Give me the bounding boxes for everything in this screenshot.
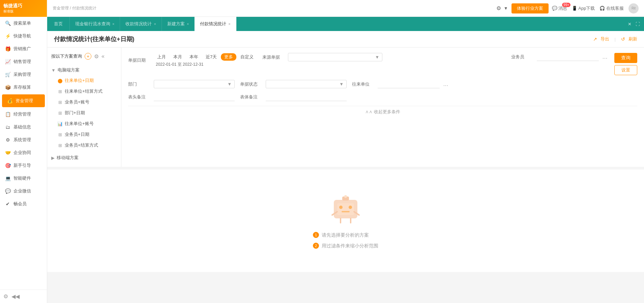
scheme-item-6-icon: ⊞ (57, 143, 63, 148)
hardware-icon: 💻 (5, 175, 11, 181)
sidebar-item-hardware[interactable]: 💻 智能硬件 (0, 172, 47, 185)
trial-btn[interactable]: 体验行业方案 (511, 3, 549, 13)
source-dropdown-icon: ▼ (375, 55, 379, 60)
svg-point-6 (344, 195, 347, 198)
sidebar-item-enterprise[interactable]: 🤝 企业协同 (0, 146, 47, 159)
collapse-label: 收起更多条件 (374, 109, 400, 114)
body-note-input[interactable] (266, 93, 347, 101)
salesman-input[interactable] (537, 53, 599, 61)
sidebar-item-search[interactable]: 🔍 搜索菜单 (0, 17, 47, 30)
doc-status-select[interactable]: ▼ (266, 80, 347, 88)
tab-receipt-stats-close[interactable]: × (154, 22, 156, 26)
date-btn-custom[interactable]: 自定义 (237, 53, 257, 61)
filter-header-note-group: 表头备注 (128, 93, 235, 101)
tab-payment-stats[interactable]: 付款情况统计 × (195, 17, 236, 31)
sidebar-item-quick-nav[interactable]: ⚡ 快捷导航 (0, 30, 47, 42)
tab-bank-flow-close[interactable]: × (112, 22, 114, 26)
app-download-label: App下载 (578, 6, 595, 11)
sidebar-item-operation[interactable]: 📋 经营管理 (0, 108, 47, 121)
page-header-actions: ↗ 导出 | ↺ 刷新 (593, 36, 637, 42)
capital-icon: 💰 (7, 98, 13, 104)
user-avatar[interactable]: Rit (628, 3, 639, 13)
tab-new-scheme[interactable]: 新建方案 × (162, 17, 195, 31)
action-buttons: 查询 设置 (614, 53, 637, 75)
collapse-more-btn[interactable]: ∧∧ 收起更多条件 (128, 106, 637, 118)
salesman-more-btn[interactable]: … (601, 54, 609, 60)
source-select[interactable]: ▼ (288, 53, 382, 61)
filter-doc-status-group: 单据状态 ▼ (240, 80, 347, 88)
system-icon: ⚙ (5, 137, 11, 143)
app-download[interactable]: 📱 App下载 (572, 5, 595, 11)
dept-dropdown-icon: ▼ (227, 82, 232, 87)
scheme-item-5-icon: ⊞ (57, 132, 63, 137)
sidebar-item-guide[interactable]: 🎯 新手引导 (0, 159, 47, 172)
sidebar-item-sales[interactable]: 📈 销售管理 (0, 55, 47, 68)
sidebar-item-base[interactable]: 🗂 基础信息 (0, 121, 47, 133)
date-btn-this-year[interactable]: 本年 (186, 53, 202, 61)
date-btn-7days[interactable]: 近7天 (202, 53, 220, 61)
date-options-group: 上月 本月 本年 近7天 更多 自定义 2022-01-01 至 2022-12… (154, 53, 257, 67)
tab-bank-flow[interactable]: 现金银行流水查询 × (70, 17, 120, 31)
scheme-item-2[interactable]: ⊞ 业务员+账号 (47, 97, 121, 108)
topbar-dropdown-icon[interactable]: ▼ (504, 6, 508, 11)
sidebar-item-inventory[interactable]: 📦 库存核算 (0, 81, 47, 94)
enterprise-icon: 🤝 (5, 150, 11, 156)
doc-status-dropdown-icon: ▼ (339, 82, 344, 87)
topbar-messages[interactable]: 💬 消息 99+ (552, 5, 567, 11)
salesman-label: 业务员 (511, 54, 535, 60)
sidebar-item-weixin[interactable]: 💬 企业微信 (0, 185, 47, 198)
scheme-collapse-btn[interactable]: « (101, 53, 105, 59)
sidebar-item-capital[interactable]: 💰 资金管理 (2, 94, 45, 107)
tab-new-scheme-close[interactable]: × (187, 22, 189, 26)
settings-bottom-icon[interactable]: ⚙ (3, 293, 8, 300)
scheme-group-mobile-label: 移动端方案 (57, 155, 79, 161)
header-note-input[interactable] (154, 93, 235, 101)
sidebar-item-marketing[interactable]: 🎁 营销推广 (0, 42, 47, 55)
dept-select[interactable]: ▼ (154, 80, 235, 88)
tab-close-all-icon[interactable]: ✕ (628, 22, 632, 27)
sidebar-item-member[interactable]: ✔ 畅会员 (0, 198, 47, 210)
tip-text-1: 请先选择要分析的方案 (322, 230, 369, 240)
scheme-item-3[interactable]: ⊞ 部门+日期 (47, 108, 121, 118)
collapse-sidebar-icon[interactable]: ◀◀ (11, 293, 20, 300)
date-btn-this-month[interactable]: 本月 (170, 53, 185, 61)
download-icon: 📱 (572, 6, 577, 11)
partner-more-btn[interactable]: … (442, 81, 450, 87)
date-btn-last-month[interactable]: 上月 (154, 53, 169, 61)
tab-receipt-stats[interactable]: 收款情况统计 × (120, 17, 162, 31)
scheme-add-btn[interactable]: + (85, 53, 91, 60)
partner-input[interactable] (378, 80, 440, 88)
svg-point-2 (339, 206, 343, 209)
tab-payment-stats-close[interactable]: × (228, 22, 230, 26)
refresh-label[interactable]: 刷新 (628, 36, 637, 42)
scheme-item-0[interactable]: ⬤ 往来单位+日期 (47, 75, 121, 86)
settings-btn[interactable]: 设置 (614, 65, 637, 75)
scheme-settings-btn[interactable]: ⚙ (94, 53, 99, 60)
scheme-item-1[interactable]: ⊞ 往来单位+结算方式 (47, 86, 121, 97)
scheme-group-pc-label: 电脑端方案 (58, 67, 80, 73)
scheme-item-5[interactable]: ⊞ 业务员+日期 (47, 129, 121, 140)
filter-row-3: 表头备注 表体备注 (128, 93, 637, 101)
online-service[interactable]: 🎧 在线客服 (599, 5, 624, 11)
topbar-settings-icon[interactable]: ⚙ (496, 5, 501, 11)
doc-status-label: 单据状态 (240, 81, 264, 87)
date-range-display: 2022-01-01 至 2022-12-31 (154, 62, 257, 67)
svg-point-3 (349, 206, 352, 209)
query-btn[interactable]: 查询 (614, 53, 637, 63)
tip-text-2: 用过滤条件来缩小分析范围 (322, 241, 378, 250)
sidebar-item-purchase[interactable]: 🛒 采购管理 (0, 68, 47, 81)
tab-home[interactable]: 首页 (47, 17, 70, 31)
date-label: 单据日期 (128, 57, 152, 63)
sidebar-item-system[interactable]: ⚙ 系统管理 (0, 133, 47, 146)
tab-new-scheme-label: 新建方案 (167, 21, 185, 27)
sidebar-label-base: 基础信息 (13, 124, 31, 130)
filter-dept-group: 部门 ▼ (128, 80, 235, 88)
scheme-item-6[interactable]: ⊞ 业务员+结算方式 (47, 140, 121, 151)
tab-expand-icon[interactable]: ⛶ (636, 22, 640, 27)
export-label[interactable]: 导出 (601, 36, 609, 42)
scheme-item-4[interactable]: 📊 往来单位+账号 (47, 118, 121, 129)
sidebar-label-sales: 销售管理 (13, 59, 31, 65)
date-btn-more[interactable]: 更多 (221, 53, 236, 61)
scheme-group-pc-header[interactable]: ▼ 电脑端方案 (47, 65, 121, 75)
scheme-group-mobile-header[interactable]: ▶ 移动端方案 (47, 153, 121, 163)
